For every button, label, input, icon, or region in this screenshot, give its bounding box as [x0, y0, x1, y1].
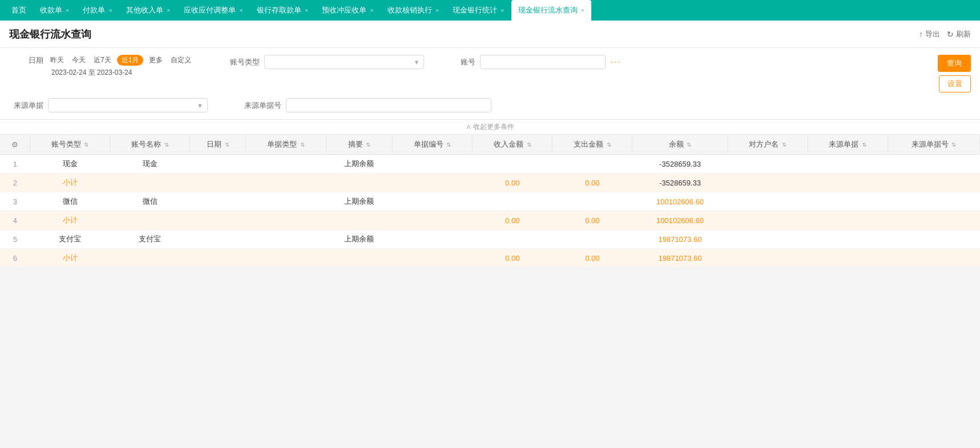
th-account-name[interactable]: 账号名称 ⇅	[110, 135, 190, 155]
table-cell	[190, 230, 246, 249]
export-icon: ↑	[919, 30, 923, 39]
table-cell: 微信	[110, 192, 190, 211]
nav-home[interactable]: 首页	[5, 0, 33, 21]
th-account-type[interactable]: 账号类型 ⇅	[30, 135, 110, 155]
shortcut-7days[interactable]: 近7天	[91, 55, 114, 66]
table-cell	[888, 173, 979, 192]
collapse-bar[interactable]: ∧ 收起更多条件	[0, 120, 980, 135]
th-doc-type[interactable]: 单据类型 ⇅	[246, 135, 326, 155]
table-cell	[393, 173, 473, 192]
close-icon[interactable]: ×	[370, 0, 373, 21]
table-cell	[393, 230, 473, 249]
table-cell	[393, 192, 473, 211]
table-cell: 100102606.60	[632, 192, 728, 211]
close-icon[interactable]: ×	[581, 0, 584, 21]
source-doc-select[interactable]	[48, 98, 208, 112]
th-source-doc-no[interactable]: 来源单据号 ⇅	[888, 135, 979, 155]
account-type-select[interactable]	[264, 55, 424, 69]
nav-receipt[interactable]: 收款单 ×	[33, 0, 76, 21]
close-icon[interactable]: ×	[167, 0, 170, 21]
account-input[interactable]	[480, 55, 606, 69]
table-cell: 小计	[30, 249, 110, 268]
table-cell: 小计	[30, 173, 110, 192]
nav-payment[interactable]: 付款单 ×	[76, 0, 119, 21]
table-cell	[110, 211, 190, 230]
table-cell	[326, 211, 392, 230]
close-icon[interactable]: ×	[435, 0, 439, 21]
settings-button[interactable]: 设置	[939, 75, 971, 92]
source-doc-select-wrapper: ▼	[48, 98, 208, 112]
table-row: 4小计0.000.00100102606.60	[0, 211, 980, 230]
account-ellipsis-button[interactable]: ···	[610, 57, 621, 67]
table-cell: 1	[0, 155, 30, 173]
account-type-select-wrapper: ▼	[264, 55, 424, 69]
nav-collection-exec[interactable]: 收款核销执行 ×	[381, 0, 446, 21]
th-gear[interactable]: ⚙	[0, 135, 30, 155]
table-cell	[190, 249, 246, 268]
nav-other-income[interactable]: 其他收入单 ×	[119, 0, 177, 21]
nav-prepaid-offset[interactable]: 预收冲应收单 ×	[315, 0, 380, 21]
close-icon[interactable]: ×	[66, 0, 69, 21]
th-expense[interactable]: 支出金额 ⇅	[552, 135, 632, 155]
table-cell: 支付宝	[30, 230, 110, 249]
data-table: ⚙ 账号类型 ⇅ 账号名称 ⇅ 日期 ⇅ 单据类型 ⇅ 摘要 ⇅ 单据编号 ⇅ …	[0, 135, 980, 268]
refresh-button[interactable]: ↻ 刷新	[947, 29, 971, 39]
close-icon[interactable]: ×	[305, 0, 308, 21]
top-nav: 首页 收款单 × 付款单 × 其他收入单 × 应收应付调整单 × 银行存取款单 …	[0, 0, 980, 21]
table-cell	[246, 249, 326, 268]
table-row: 3微信微信上期余额100102606.60	[0, 192, 980, 211]
table-cell: 支付宝	[110, 230, 190, 249]
source-doc-num-input[interactable]	[286, 98, 491, 112]
query-button[interactable]: 查询	[938, 55, 971, 72]
table-cell	[473, 155, 552, 173]
nav-cash-bank-stats[interactable]: 现金银行统计 ×	[446, 0, 511, 21]
filter-area: 日期 昨天 今天 近7天 近1月 更多 自定义 2023-02-24 至 202…	[0, 48, 980, 120]
account-type-label: 账号类型	[230, 57, 260, 67]
table-cell: 现金	[30, 155, 110, 173]
table-cell	[808, 230, 888, 249]
table-cell: 3	[0, 192, 30, 211]
table-cell: 上期余额	[326, 155, 392, 173]
nav-ar-ap-adjust[interactable]: 应收应付调整单 ×	[177, 0, 249, 21]
shortcut-yesterday[interactable]: 昨天	[48, 55, 66, 66]
shortcut-more[interactable]: 更多	[147, 55, 165, 66]
collapse-label: ∧ 收起更多条件	[466, 123, 514, 131]
table-cell	[246, 192, 326, 211]
table-cell	[808, 249, 888, 268]
shortcut-custom[interactable]: 自定义	[168, 55, 193, 66]
th-source-doc[interactable]: 来源单据 ⇅	[808, 135, 888, 155]
nav-bank-deposit[interactable]: 银行存取款单 ×	[250, 0, 315, 21]
table-cell: -3528659.33	[632, 173, 728, 192]
th-counterparty[interactable]: 对方户名 ⇅	[728, 135, 808, 155]
close-icon[interactable]: ×	[108, 0, 112, 21]
th-income[interactable]: 收入金额 ⇅	[473, 135, 552, 155]
table-cell	[888, 155, 979, 173]
table-cell	[808, 155, 888, 173]
th-balance[interactable]: 余额 ⇅	[632, 135, 728, 155]
table-cell	[728, 211, 808, 230]
th-doc-no[interactable]: 单据编号 ⇅	[393, 135, 473, 155]
table-cell	[473, 230, 552, 249]
shortcut-today[interactable]: 今天	[70, 55, 88, 66]
table-cell	[190, 192, 246, 211]
table-row: 6小计0.000.0019871073.60	[0, 249, 980, 268]
table-body: 1现金现金上期余额-3528659.332小计0.000.00-3528659.…	[0, 155, 980, 268]
table-cell	[246, 155, 326, 173]
shortcut-1month[interactable]: 近1月	[117, 55, 144, 66]
table-cell	[888, 230, 979, 249]
export-button[interactable]: ↑ 导出	[919, 29, 940, 39]
table-cell: 0.00	[552, 249, 632, 268]
table-cell	[190, 173, 246, 192]
close-icon[interactable]: ×	[239, 0, 243, 21]
table-cell	[552, 192, 632, 211]
th-summary[interactable]: 摘要 ⇅	[326, 135, 392, 155]
table-cell	[808, 173, 888, 192]
table-cell: -3528659.33	[632, 155, 728, 173]
table-cell	[393, 155, 473, 173]
table-cell	[552, 230, 632, 249]
table-cell	[888, 249, 979, 268]
nav-cash-bank-flow[interactable]: 现金银行流水查询 ×	[511, 0, 591, 21]
table-cell	[110, 249, 190, 268]
close-icon[interactable]: ×	[501, 0, 504, 21]
th-date[interactable]: 日期 ⇅	[190, 135, 246, 155]
